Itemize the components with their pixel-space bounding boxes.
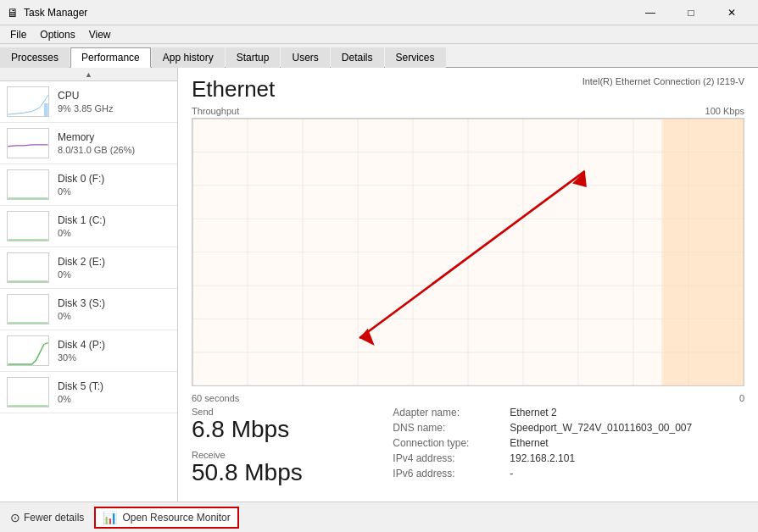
open-resource-monitor-label: Open Resource Monitor <box>122 512 230 524</box>
cpu-name: CPU <box>58 90 170 102</box>
scroll-up-indicator[interactable]: ▲ <box>0 68 177 81</box>
menu-view[interactable]: View <box>82 27 118 42</box>
disk4-info: Disk 4 (P:) 30% <box>58 339 170 363</box>
disk1-value: 0% <box>58 228 170 238</box>
window-controls: — □ ✕ <box>631 1 751 25</box>
content-panel: Ethernet Intel(R) Ethernet Connection (2… <box>178 68 758 502</box>
ipv4-val: 192.168.2.101 <box>510 452 575 464</box>
svg-line-32 <box>359 171 585 338</box>
sidebar-item-disk2[interactable]: Disk 2 (E:) 0% <box>0 247 177 289</box>
disk2-info: Disk 2 (E:) 0% <box>58 256 170 280</box>
adapter-name-row: Adapter name: Ethernet 2 <box>393 407 744 418</box>
adapter-name-val: Ethernet 2 <box>510 407 556 418</box>
graph-container <box>192 118 744 386</box>
fewer-details-button[interactable]: ⊙ Fewer details <box>10 511 84 524</box>
svg-rect-7 <box>8 253 47 282</box>
menu-bar: File Options View <box>0 25 758 44</box>
graph-label-top: Throughput 100 Kbps <box>192 106 744 116</box>
sidebar-item-disk5[interactable]: Disk 5 (T:) 0% <box>0 372 177 413</box>
menu-file[interactable]: File <box>3 27 33 42</box>
disk2-thumbnail <box>7 252 49 283</box>
receive-value: 50.8 Mbps <box>192 460 367 486</box>
content-header: Ethernet Intel(R) Ethernet Connection (2… <box>192 76 744 103</box>
sidebar-item-memory[interactable]: Memory 8.0/31.0 GB (26%) <box>0 123 177 164</box>
sidebar-item-disk0[interactable]: Disk 0 (F:) 0% <box>0 164 177 206</box>
send-stat: Send 6.8 Mbps <box>192 407 367 443</box>
main-area: ▲ CPU 9% 3.85 GHz <box>0 68 758 502</box>
menu-options[interactable]: Options <box>33 27 81 42</box>
window-title: Task Manager <box>24 7 631 19</box>
svg-rect-11 <box>8 336 47 365</box>
maximize-button[interactable]: □ <box>672 1 711 25</box>
content-subtitle: Intel(R) Ethernet Connection (2) I219-V <box>582 76 744 86</box>
disk5-thumbnail <box>7 377 49 407</box>
disk3-info: Disk 3 (S:) 0% <box>58 297 170 321</box>
memory-info: Memory 8.0/31.0 GB (26%) <box>58 131 170 155</box>
tab-performance[interactable]: Performance <box>70 47 151 68</box>
dns-name-val: Speedport_W_724V_01011603_00_007 <box>510 422 692 434</box>
disk5-value: 0% <box>58 394 170 404</box>
memory-value: 8.0/31.0 GB (26%) <box>58 145 170 155</box>
open-resource-monitor-button[interactable]: 📊 Open Resource Monitor <box>94 507 238 529</box>
cpu-info: CPU 9% 3.85 GHz <box>58 90 170 114</box>
connection-type-val: Ethernet <box>510 437 548 449</box>
sidebar-item-disk1[interactable]: Disk 1 (C:) 0% <box>0 206 177 247</box>
disk4-thumbnail <box>7 335 49 366</box>
memory-thumbnail <box>7 128 49 158</box>
close-button[interactable]: ✕ <box>712 1 751 25</box>
disk5-name: Disk 5 (T:) <box>58 380 170 392</box>
graph-label-bottom: 60 seconds 0 <box>192 393 744 403</box>
title-bar: 🖥 Task Manager — □ ✕ <box>0 0 758 25</box>
disk2-name: Disk 2 (E:) <box>58 256 170 268</box>
dns-name-key: DNS name: <box>393 422 503 434</box>
disk4-value: 30% <box>58 352 170 363</box>
send-value: 6.8 Mbps <box>192 417 367 443</box>
disk4-name: Disk 4 (P:) <box>58 339 170 351</box>
ipv6-key: IPv6 address: <box>393 468 503 479</box>
minimize-button[interactable]: — <box>631 1 670 25</box>
ipv6-val: - <box>510 468 513 479</box>
app-icon: 🖥 <box>7 6 19 19</box>
tab-bar: Processes Performance App history Startu… <box>0 44 758 68</box>
time-label: 60 seconds <box>192 393 239 403</box>
sidebar-item-disk4[interactable]: Disk 4 (P:) 30% <box>0 330 177 372</box>
connection-type-row: Connection type: Ethernet <box>393 437 744 449</box>
disk5-info: Disk 5 (T:) 0% <box>58 380 170 404</box>
ipv4-row: IPv4 address: 192.168.2.101 <box>393 452 744 464</box>
disk3-value: 0% <box>58 311 170 321</box>
disk0-value: 0% <box>58 186 170 197</box>
max-label: 100 Kbps <box>705 106 744 116</box>
tab-processes[interactable]: Processes <box>0 47 70 68</box>
tab-services[interactable]: Services <box>385 47 446 68</box>
fewer-details-label: Fewer details <box>24 512 84 524</box>
content-title: Ethernet <box>192 76 275 103</box>
disk1-thumbnail <box>7 211 49 241</box>
receive-stat: Receive 50.8 Mbps <box>192 450 367 486</box>
tab-users[interactable]: Users <box>281 47 329 68</box>
send-receive-col: Send 6.8 Mbps Receive 50.8 Mbps <box>192 407 367 493</box>
svg-rect-12 <box>8 378 47 407</box>
resource-monitor-icon: 📊 <box>103 511 117 524</box>
sidebar-item-disk3[interactable]: Disk 3 (S:) 0% <box>0 289 177 330</box>
ipv6-row: IPv6 address: - <box>393 468 744 479</box>
disk3-thumbnail <box>7 294 49 324</box>
disk1-name: Disk 1 (C:) <box>58 214 170 226</box>
tab-details[interactable]: Details <box>331 47 384 68</box>
details-table: Adapter name: Ethernet 2 DNS name: Speed… <box>393 407 744 493</box>
adapter-name-key: Adapter name: <box>393 407 503 418</box>
connection-type-key: Connection type: <box>393 437 503 449</box>
svg-rect-1 <box>44 103 48 116</box>
disk2-value: 0% <box>58 269 170 280</box>
sidebar-item-cpu[interactable]: CPU 9% 3.85 GHz <box>0 81 177 123</box>
svg-rect-2 <box>8 129 47 158</box>
disk0-thumbnail <box>7 169 49 200</box>
disk0-info: Disk 0 (F:) 0% <box>58 173 170 197</box>
min-label: 0 <box>739 393 744 403</box>
svg-rect-3 <box>8 170 47 199</box>
dns-name-row: DNS name: Speedport_W_724V_01011603_00_0… <box>393 422 744 434</box>
tab-startup[interactable]: Startup <box>226 47 281 68</box>
disk3-name: Disk 3 (S:) <box>58 297 170 309</box>
tab-app-history[interactable]: App history <box>152 47 225 68</box>
info-section: Send 6.8 Mbps Receive 50.8 Mbps Adapter … <box>192 407 744 493</box>
fewer-details-icon: ⊙ <box>10 511 20 524</box>
